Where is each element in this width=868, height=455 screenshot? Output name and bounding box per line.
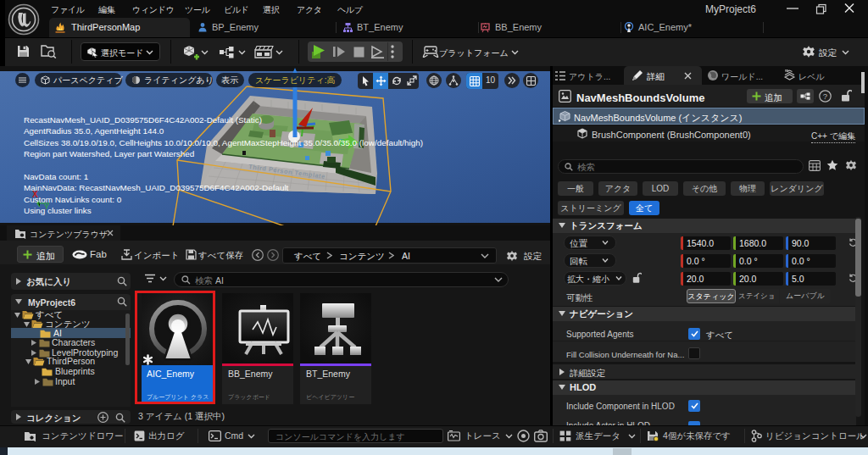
- svg-text:?: ?: [823, 92, 827, 101]
